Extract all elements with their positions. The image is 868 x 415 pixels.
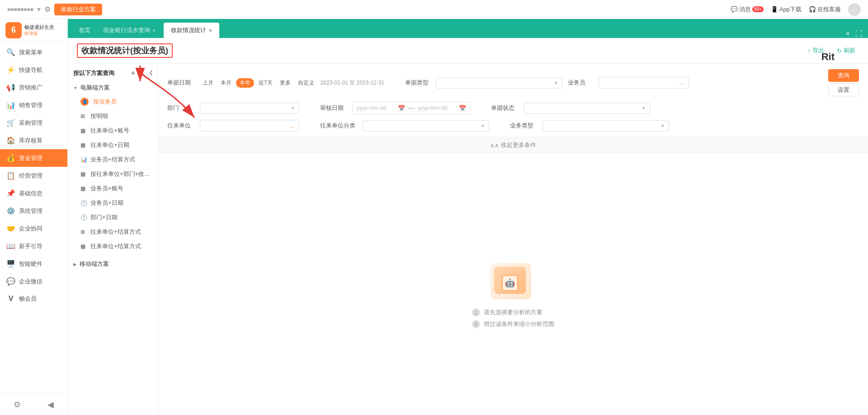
date-tab-lastmonth[interactable]: 上月: [200, 78, 216, 88]
scheme-item-partner-settle2[interactable]: ▦ 往来单位+结算方式: [68, 239, 158, 254]
scheme-item-sales-account[interactable]: ▦ 业务员+账号: [68, 181, 158, 196]
app-download-btn[interactable]: 📱 App下载: [771, 5, 802, 14]
guide-icon: 📖: [6, 242, 15, 250]
sidebar-item-marketing[interactable]: 📢 营销推广: [0, 79, 67, 96]
scheme-item-label-7: 业务员+日期: [90, 199, 123, 207]
doc-status-input[interactable]: ▾: [524, 103, 650, 114]
sidebar-item-inventory[interactable]: 🏠 库存核算: [0, 132, 67, 149]
service-icon: 🎧: [809, 6, 816, 13]
query-button[interactable]: 查询: [828, 69, 859, 82]
desktop-scheme-header[interactable]: ▼ 电脑端方案: [68, 81, 158, 94]
collapse-bar[interactable]: ∧∧ 收起更多条件: [158, 137, 868, 153]
dept-input[interactable]: ▾: [200, 103, 299, 114]
date-tab-thismonth[interactable]: 本月: [218, 78, 234, 88]
sidebar-item-quick-nav[interactable]: ⚡ 快捷导航: [0, 61, 67, 79]
partner-more-icon[interactable]: ...: [290, 123, 294, 129]
online-service-btn[interactable]: 🎧 在线客服: [809, 5, 841, 14]
wechat-icon: 💬: [6, 277, 15, 286]
sidebar-label-base-info: 基础信息: [19, 189, 42, 198]
scheme-icon-7: 🕐: [80, 200, 88, 206]
sales-rep-input[interactable]: …: [599, 77, 689, 89]
page-header: 收款情况统计(按业务员) ↑ 导出 ↻ 刷新: [68, 38, 868, 64]
message-btn[interactable]: 💬 消息 99+: [731, 5, 764, 14]
biz-type-label: 业务类型: [510, 122, 535, 130]
sidebar-item-hardware[interactable]: 🖥️ 智能硬件: [0, 255, 67, 273]
scheme-item-partner-dept[interactable]: ▦ 按往来单位+部门+收...: [68, 167, 158, 181]
tab-collection-stats[interactable]: 收款情况统计 ×: [164, 23, 219, 38]
tab-close-all-btn[interactable]: ×: [846, 30, 850, 38]
refresh-button[interactable]: ↻ 刷新: [833, 45, 859, 57]
trial-button[interactable]: 体验行业方案: [54, 4, 102, 15]
sidebar-item-guide[interactable]: 📖 新手引导: [0, 237, 67, 255]
user-avatar[interactable]: [848, 3, 861, 16]
filter-settings-icon[interactable]: ⚙: [138, 69, 144, 77]
scheme-item-sales-settle[interactable]: 📊 业务员+结算方式: [68, 152, 158, 167]
partner-category-input[interactable]: ▾: [363, 120, 489, 132]
biz-type-input[interactable]: ▾: [542, 120, 669, 132]
dropdown-arrow-icon[interactable]: ▾: [37, 5, 41, 14]
sidebar-collapse-btn[interactable]: ◀: [44, 398, 57, 411]
review-date-label: 审核日期: [320, 104, 345, 112]
scheme-item-partner-settle1[interactable]: ⊞ 往来单位+结算方式: [68, 225, 158, 239]
sidebar-item-system[interactable]: ⚙️ 系统管理: [0, 202, 67, 220]
scheme-item-salesperson[interactable]: 👤 按业务员: [68, 94, 158, 109]
tab-cash-flow[interactable]: 现金银行流水查询 ×: [96, 23, 163, 38]
sidebar-item-wechat[interactable]: 💬 企业微信: [0, 273, 67, 290]
hint-num-1: 1: [472, 308, 480, 316]
scheme-item-dept-date[interactable]: 🕐 部门+日期: [68, 210, 158, 225]
settings-icon[interactable]: ⚙: [44, 5, 51, 14]
doc-type-label: 单据类型: [405, 79, 430, 87]
tab-collection-stats-close[interactable]: ×: [209, 28, 212, 33]
scheme-item-detail[interactable]: ⊞ 按明细: [68, 109, 158, 123]
filter-collapse-icon[interactable]: 《: [146, 69, 152, 77]
sidebar-item-purchase[interactable]: 🛒 采购管理: [0, 114, 67, 132]
calendar-start-icon[interactable]: 📅: [398, 105, 405, 112]
review-date-input-group[interactable]: yyyy-mm-dd 📅 — yyyy-mm-dd 📅: [353, 102, 470, 114]
sidebar-item-search[interactable]: 🔍 搜索菜单: [0, 43, 67, 61]
scheme-item-label-9: 往来单位+结算方式: [90, 228, 141, 236]
sidebar-settings-btn[interactable]: ⚙: [10, 398, 24, 411]
scheme-icon-6: ▦: [80, 185, 88, 192]
dept-arrow-icon: ▾: [292, 105, 294, 111]
sidebar-item-finance[interactable]: 💰 资金管理: [0, 149, 67, 167]
top-header: ■■■■■■■■ ▾ ⚙ 体验行业方案 💬 消息 99+ 📱 App下载 🎧 在…: [0, 0, 868, 19]
sidebar-item-member[interactable]: V 畅会员: [0, 290, 67, 307]
filter-add-icon[interactable]: +: [131, 69, 135, 77]
app-edition: 标准版: [24, 30, 54, 36]
scheme-item-partner-account[interactable]: ▦ 往来单位+账号: [68, 123, 158, 138]
partner-label: 往来单位: [167, 122, 193, 130]
collapse-label: 收起更多条件: [501, 141, 536, 149]
hint-num-2: 2: [472, 320, 480, 328]
partner-input[interactable]: ...: [200, 120, 299, 132]
sales-rep-label: 业务员: [568, 79, 593, 87]
message-label: 消息: [739, 5, 751, 14]
scheme-item-sales-date[interactable]: 🕐 业务员+日期: [68, 196, 158, 210]
settings-button[interactable]: 设置: [828, 84, 859, 96]
scheme-icon-8: 🕐: [80, 214, 88, 221]
mobile-scheme-header[interactable]: ▶ 移动端方案: [68, 257, 158, 271]
calendar-end-icon[interactable]: 📅: [459, 105, 466, 112]
date-tab-more[interactable]: 更多: [277, 78, 293, 88]
date-tab-7days[interactable]: 近7天: [256, 78, 275, 88]
filter-panel-header: 按以下方案查询 + ⚙ 《: [68, 69, 158, 81]
mobile-scheme-section: ▶ 移动端方案: [68, 257, 158, 274]
date-tab-thisyear[interactable]: 本年: [236, 78, 254, 88]
scheme-item-partner-date[interactable]: ▦ 往来单位+日期: [68, 138, 158, 152]
main-content: 单据日期 上月 本月 本年 近7天 更多 自定义 2023-01-01 至 20…: [158, 64, 868, 415]
doc-type-input[interactable]: ▾: [436, 77, 562, 89]
sidebar-item-operation[interactable]: 📋 经营管理: [0, 167, 67, 184]
tab-home[interactable]: 首页: [73, 23, 96, 38]
active-dot-icon: 👤: [82, 99, 87, 104]
page-title: 收款情况统计(按业务员): [77, 43, 173, 58]
review-date-end: yyyy-mm-dd: [418, 105, 456, 111]
sidebar-item-sales[interactable]: 📊 销售管理: [0, 96, 67, 114]
tab-cash-flow-close[interactable]: ×: [153, 28, 156, 33]
empty-hints: 1 请先选择要分析的方案 2 用过滤条件来缩小分析范围: [472, 308, 554, 328]
date-tab-custom[interactable]: 自定义: [295, 78, 317, 88]
sidebar-nav: 🔍 搜索菜单 ⚡ 快捷导航 📢 营销推广 📊 销售管理 🛒 采购管理: [0, 42, 67, 394]
tab-maximize-btn[interactable]: ⛶: [855, 30, 863, 38]
sidebar-item-base-info[interactable]: 📌 基础信息: [0, 184, 67, 202]
sales-rep-more-icon[interactable]: …: [679, 80, 684, 86]
scheme-item-label-8: 部门+日期: [90, 213, 118, 222]
sidebar-item-collab[interactable]: 🤝 企业协同: [0, 220, 67, 237]
